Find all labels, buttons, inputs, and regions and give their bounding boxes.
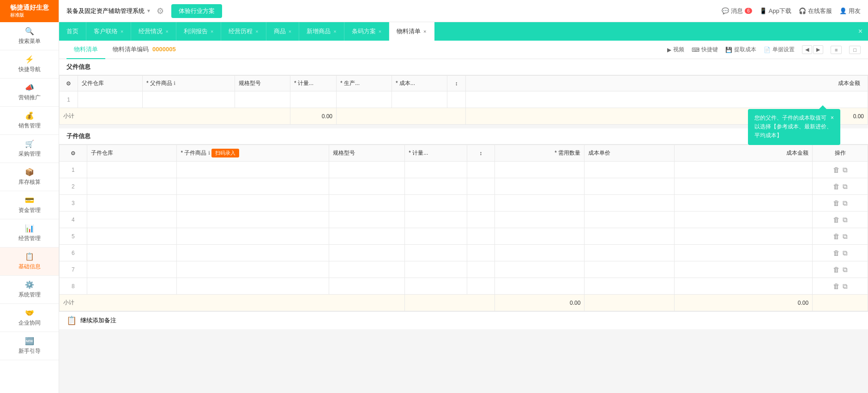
tab-bom-close[interactable]: × — [423, 29, 426, 34]
parent-production-cell[interactable] — [337, 91, 392, 108]
child-quantity-cell[interactable] — [494, 245, 585, 261]
tab-history-close[interactable]: × — [255, 29, 258, 34]
child-warehouse-cell[interactable] — [87, 212, 177, 228]
copy-icon[interactable]: ⧉ — [843, 199, 848, 207]
delete-icon[interactable]: 🗑 — [833, 216, 840, 224]
sub-tab-bom-code[interactable]: 物料清单编码 0000005 — [105, 41, 183, 59]
child-spec-cell[interactable] — [329, 212, 405, 228]
child-spec-cell[interactable] — [329, 228, 405, 245]
sidebar-item-quick-nav[interactable]: ⚡ 快捷导航 — [0, 50, 59, 79]
child-warehouse-cell[interactable] — [87, 261, 177, 278]
child-quantity-cell[interactable] — [494, 278, 585, 295]
settings-icon[interactable]: ⚙ — [157, 6, 164, 16]
tab-new-goods[interactable]: 新增商品 × — [299, 22, 344, 41]
parent-spec-cell[interactable] — [235, 91, 290, 108]
tab-customers[interactable]: 客户联络 × — [86, 22, 131, 41]
child-unit-cost-cell[interactable] — [585, 261, 675, 278]
tooltip-close-btn[interactable]: × — [831, 114, 834, 122]
nav-prev-btn[interactable]: ◀ — [802, 45, 812, 54]
child-quantity-cell[interactable] — [494, 195, 585, 212]
tab-goods[interactable]: 商品 × — [266, 22, 299, 41]
tab-profit[interactable]: 利润报告 × — [176, 22, 221, 41]
sidebar-item-guide[interactable]: 🆕 新手引导 — [0, 332, 59, 360]
child-unit-cell[interactable] — [405, 278, 467, 295]
child-quantity-cell[interactable] — [494, 261, 585, 278]
child-goods-cell[interactable] — [177, 178, 329, 195]
sidebar-item-search[interactable]: 🔍 搜索菜单 — [0, 22, 59, 50]
child-goods-cell[interactable] — [177, 278, 329, 295]
parent-cost-cell[interactable] — [392, 91, 447, 108]
copy-icon[interactable]: ⧉ — [843, 266, 848, 274]
child-goods-cell[interactable] — [177, 195, 329, 212]
delete-icon[interactable]: 🗑 — [833, 282, 840, 290]
tab-goods-close[interactable]: × — [289, 29, 291, 34]
child-unit-cell[interactable] — [405, 178, 467, 195]
child-goods-cell[interactable] — [177, 212, 329, 228]
tab-home[interactable]: 首页 — [59, 22, 86, 41]
child-quantity-cell[interactable] — [494, 212, 585, 228]
copy-icon[interactable]: ⧉ — [843, 216, 848, 224]
child-warehouse-cell[interactable] — [87, 178, 177, 195]
delete-icon[interactable]: 🗑 — [833, 182, 840, 191]
nav-next-btn[interactable]: ▶ — [813, 45, 823, 54]
extract-cost-action[interactable]: 💾 提取成本 — [725, 46, 756, 54]
copy-icon[interactable]: ⧉ — [843, 249, 848, 257]
copy-icon[interactable]: ⧉ — [843, 282, 848, 290]
copy-icon[interactable]: ⧉ — [843, 182, 848, 191]
tab-operations-close[interactable]: × — [165, 29, 168, 34]
child-unit-cost-cell[interactable] — [585, 178, 675, 195]
sidebar-item-purchase[interactable]: 🛒 采购管理 — [0, 135, 59, 163]
parent-goods-cell[interactable] — [143, 91, 235, 108]
copy-icon[interactable]: ⧉ — [843, 166, 848, 174]
child-quantity-cell[interactable] — [494, 228, 585, 245]
video-action[interactable]: ▶ 视频 — [667, 46, 684, 54]
child-unit-cell[interactable] — [405, 261, 467, 278]
delete-icon[interactable]: 🗑 — [833, 249, 840, 257]
tab-profit-close[interactable]: × — [211, 29, 213, 34]
sidebar-item-sales[interactable]: 💰 销售管理 — [0, 107, 59, 135]
child-warehouse-cell[interactable] — [87, 195, 177, 212]
delete-icon[interactable]: 🗑 — [833, 166, 840, 174]
child-unit-cost-cell[interactable] — [585, 195, 675, 212]
single-settings-action[interactable]: 📄 单据设置 — [764, 46, 795, 54]
child-unit-cost-cell[interactable] — [585, 212, 675, 228]
delete-icon[interactable]: 🗑 — [833, 232, 840, 241]
sub-tab-bom-list[interactable]: 物料清单 — [66, 41, 105, 59]
child-goods-cell[interactable] — [177, 261, 329, 278]
sidebar-item-finance[interactable]: 💳 资金管理 — [0, 191, 59, 219]
tab-bom[interactable]: 物料清单 × — [389, 22, 434, 41]
child-unit-cost-cell[interactable] — [585, 228, 675, 245]
tab-operations[interactable]: 经营情况 × — [131, 22, 176, 41]
system-title-dropdown[interactable]: 装备及固定资产辅助管理系统 ▼ — [66, 7, 151, 15]
sidebar-item-enterprise[interactable]: 🤝 企业协同 — [0, 304, 59, 332]
child-spec-cell[interactable] — [329, 245, 405, 261]
child-spec-cell[interactable] — [329, 261, 405, 278]
parent-warehouse-cell[interactable] — [78, 91, 143, 108]
parent-col-settings[interactable]: ⚙ — [60, 76, 78, 91]
experience-btn[interactable]: 体验行业方案 — [171, 4, 222, 18]
tab-new-goods-close[interactable]: × — [333, 29, 336, 34]
scan-btn[interactable]: 扫码录入 — [211, 149, 239, 157]
sidebar-item-system[interactable]: ⚙️ 系统管理 — [0, 276, 59, 304]
sidebar-item-operations[interactable]: 📊 经营管理 — [0, 219, 59, 248]
copy-icon[interactable]: ⧉ — [843, 232, 848, 241]
messages-item[interactable]: 💬 消息 6 — [722, 7, 752, 15]
child-unit-cell[interactable] — [405, 162, 467, 178]
child-col-settings[interactable]: ⚙ — [60, 145, 87, 162]
child-warehouse-cell[interactable] — [87, 228, 177, 245]
sidebar-item-stock[interactable]: 📦 库存核算 — [0, 163, 59, 191]
nav-close-all-btn[interactable]: × — [853, 27, 868, 36]
child-spec-cell[interactable] — [329, 162, 405, 178]
child-unit-cost-cell[interactable] — [585, 162, 675, 178]
child-warehouse-cell[interactable] — [87, 162, 177, 178]
child-unit-cost-cell[interactable] — [585, 245, 675, 261]
shortcut-action[interactable]: ⌨ 快捷键 — [692, 46, 718, 54]
child-unit-cell[interactable] — [405, 228, 467, 245]
child-goods-cell[interactable] — [177, 245, 329, 261]
child-quantity-cell[interactable] — [494, 178, 585, 195]
tab-barcode[interactable]: 条码方案 × — [344, 22, 389, 41]
view-list-btn[interactable]: ≡ — [831, 46, 842, 54]
parent-unit-cell[interactable] — [290, 91, 337, 108]
child-quantity-cell[interactable] — [494, 162, 585, 178]
child-unit-cost-cell[interactable] — [585, 278, 675, 295]
